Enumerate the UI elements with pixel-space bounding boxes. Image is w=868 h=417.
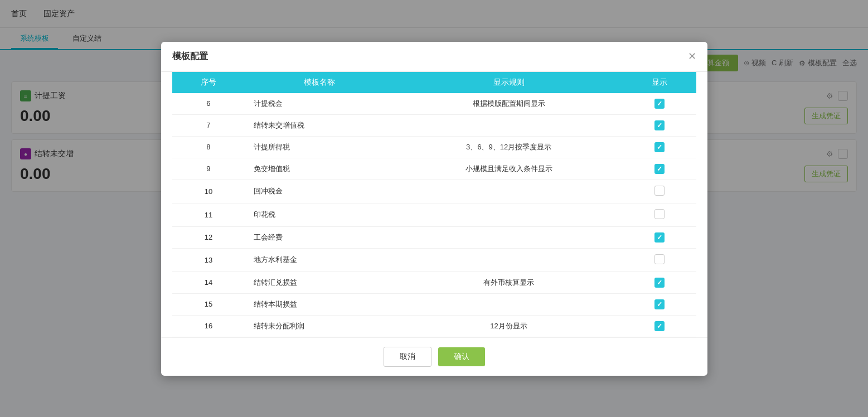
row-rule: 3、6、9、12月按季度显示 xyxy=(395,136,623,158)
col-header-show: 显示 xyxy=(623,72,696,93)
row-name: 结转汇兑损益 xyxy=(245,271,394,293)
row-checkbox[interactable] xyxy=(623,180,696,203)
dialog-footer: 取消 确认 xyxy=(161,337,707,376)
dialog-close-button[interactable]: ✕ xyxy=(688,51,696,61)
checkbox-checked[interactable] xyxy=(654,278,665,288)
table-row: 16结转未分配利润12月份显示 xyxy=(172,315,696,337)
table-container[interactable]: 序号 模板名称 显示规则 显示 6计提税金根据模版配置期间显示7结转未交增值税8… xyxy=(161,72,707,337)
row-checkbox[interactable] xyxy=(623,248,696,271)
dialog-body: 序号 模板名称 显示规则 显示 6计提税金根据模版配置期间显示7结转未交增值税8… xyxy=(161,72,707,337)
row-name: 印花税 xyxy=(245,203,394,226)
checkbox-checked[interactable] xyxy=(654,99,665,109)
table-row: 7结转未交增值税 xyxy=(172,114,696,136)
dialog-title: 模板配置 xyxy=(172,51,208,62)
checkbox-unchecked[interactable] xyxy=(654,186,665,196)
confirm-button[interactable]: 确认 xyxy=(438,347,485,366)
checkbox-unchecked[interactable] xyxy=(654,209,665,219)
row-id: 7 xyxy=(172,114,245,136)
checkbox-checked[interactable] xyxy=(654,142,665,152)
row-id: 13 xyxy=(172,248,245,271)
config-table: 序号 模板名称 显示规则 显示 6计提税金根据模版配置期间显示7结转未交增值税8… xyxy=(172,72,696,337)
row-id: 9 xyxy=(172,158,245,180)
row-checkbox[interactable] xyxy=(623,136,696,158)
row-rule xyxy=(395,114,623,136)
row-rule xyxy=(395,293,623,315)
table-row: 15结转本期损益 xyxy=(172,293,696,315)
row-checkbox[interactable] xyxy=(623,271,696,293)
checkbox-checked[interactable] xyxy=(654,299,665,309)
modal-overlay: 模板配置 ✕ 序号 模板名称 显示规则 显示 6计提税金根据模版配置期间显 xyxy=(0,0,868,417)
row-name: 结转本期损益 xyxy=(245,293,394,315)
row-rule xyxy=(395,226,623,248)
col-header-id: 序号 xyxy=(172,72,245,93)
row-name: 计提所得税 xyxy=(245,136,394,158)
row-checkbox[interactable] xyxy=(623,226,696,248)
row-checkbox[interactable] xyxy=(623,315,696,337)
row-id: 15 xyxy=(172,293,245,315)
col-header-name: 模板名称 xyxy=(245,72,394,93)
table-row: 10回冲税金 xyxy=(172,180,696,203)
table-row: 8计提所得税3、6、9、12月按季度显示 xyxy=(172,136,696,158)
table-row: 11印花税 xyxy=(172,203,696,226)
row-name: 计提税金 xyxy=(245,93,394,115)
checkbox-checked[interactable] xyxy=(654,120,665,130)
row-id: 8 xyxy=(172,136,245,158)
table-row: 12工会经费 xyxy=(172,226,696,248)
row-name: 结转未交增值税 xyxy=(245,114,394,136)
row-rule xyxy=(395,180,623,203)
row-name: 免交增值税 xyxy=(245,158,394,180)
row-id: 11 xyxy=(172,203,245,226)
table-row: 6计提税金根据模版配置期间显示 xyxy=(172,93,696,115)
row-checkbox[interactable] xyxy=(623,293,696,315)
row-rule: 根据模版配置期间显示 xyxy=(395,93,623,115)
checkbox-checked[interactable] xyxy=(654,321,665,331)
dialog-template-config: 模板配置 ✕ 序号 模板名称 显示规则 显示 6计提税金根据模版配置期间显 xyxy=(161,42,707,376)
row-rule: 12月份显示 xyxy=(395,315,623,337)
row-rule: 小规模且满足收入条件显示 xyxy=(395,158,623,180)
row-checkbox[interactable] xyxy=(623,93,696,115)
row-checkbox[interactable] xyxy=(623,114,696,136)
checkbox-checked[interactable] xyxy=(654,232,665,243)
row-name: 回冲税金 xyxy=(245,180,394,203)
row-name: 结转未分配利润 xyxy=(245,315,394,337)
cancel-button[interactable]: 取消 xyxy=(384,347,431,367)
table-row: 14结转汇兑损益有外币核算显示 xyxy=(172,271,696,293)
table-row: 13地方水利基金 xyxy=(172,248,696,271)
row-name: 工会经费 xyxy=(245,226,394,248)
row-name: 地方水利基金 xyxy=(245,248,394,271)
row-id: 10 xyxy=(172,180,245,203)
dialog-header: 模板配置 ✕ xyxy=(161,42,707,72)
row-checkbox[interactable] xyxy=(623,158,696,180)
row-rule xyxy=(395,203,623,226)
row-checkbox[interactable] xyxy=(623,203,696,226)
col-header-rule: 显示规则 xyxy=(395,72,623,93)
table-row: 9免交增值税小规模且满足收入条件显示 xyxy=(172,158,696,180)
row-rule xyxy=(395,248,623,271)
checkbox-checked[interactable] xyxy=(654,164,665,174)
row-id: 14 xyxy=(172,271,245,293)
row-id: 12 xyxy=(172,226,245,248)
row-id: 6 xyxy=(172,93,245,115)
row-rule: 有外币核算显示 xyxy=(395,271,623,293)
row-id: 16 xyxy=(172,315,245,337)
checkbox-unchecked[interactable] xyxy=(654,254,665,264)
